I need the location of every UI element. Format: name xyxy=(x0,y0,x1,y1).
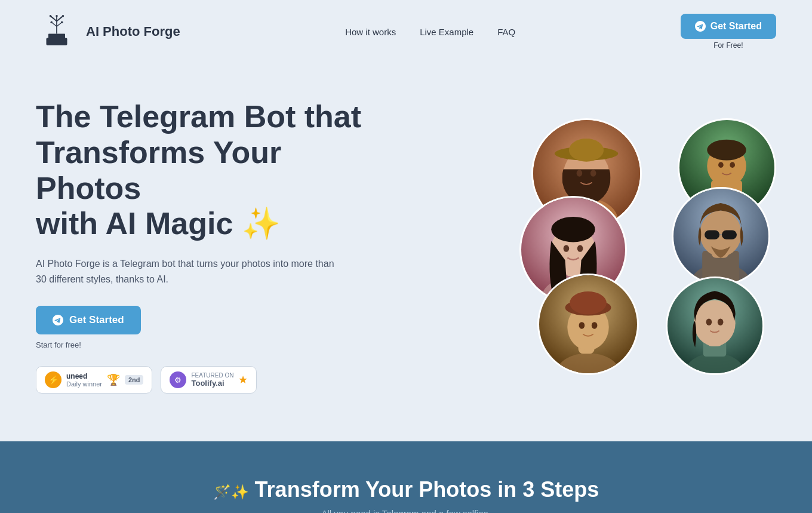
svg-point-60 xyxy=(706,318,712,325)
photo-svg-4 xyxy=(673,189,768,284)
svg-point-59 xyxy=(694,300,735,346)
telegram-icon xyxy=(695,21,706,32)
nav-faq[interactable]: FAQ xyxy=(497,27,515,37)
logo-text: AI Photo Forge xyxy=(86,24,180,39)
uneed-name: uneed xyxy=(66,372,102,380)
svg-point-53 xyxy=(579,322,585,329)
svg-point-37 xyxy=(564,245,570,252)
hero-left: The Telegram Bot that Transforms Your Ph… xyxy=(36,99,394,394)
svg-rect-0 xyxy=(47,38,67,45)
header-cta: Get Started For Free! xyxy=(681,14,776,50)
start-free-label: Start for free! xyxy=(36,340,394,349)
svg-point-61 xyxy=(718,318,724,325)
logo-area: AI Photo Forge xyxy=(36,11,180,53)
steps-section: 🪄✨ Transform Your Photos in 3 Steps All … xyxy=(0,441,812,513)
wand-icon: 🪄✨ xyxy=(213,484,249,500)
svg-point-23 xyxy=(590,170,596,177)
svg-point-54 xyxy=(592,322,598,329)
photo-woman-beret xyxy=(537,274,639,375)
steps-subtitle: All you need is Telegram and a few selfi… xyxy=(36,508,776,513)
uneed-badge[interactable]: ⚡ uneed Daily winner 🏆 2nd xyxy=(36,366,152,394)
svg-rect-45 xyxy=(722,230,737,239)
hero-telegram-icon xyxy=(53,315,63,325)
toolify-icon: ⚙ xyxy=(170,371,186,388)
photo-svg-6 xyxy=(668,278,762,373)
hero-title: The Telegram Bot that Transforms Your Ph… xyxy=(36,99,394,242)
header-for-free-label: For Free! xyxy=(713,41,743,50)
lightning-icon: ⚡ xyxy=(45,371,61,388)
toolify-badge[interactable]: ⚙ FEATURED ON Toolify.ai ★ xyxy=(161,366,257,394)
badge-rank: 2nd xyxy=(125,375,144,385)
svg-point-10 xyxy=(50,15,52,17)
steps-title-text: Transform Your Photos in 3 Steps xyxy=(255,477,599,502)
svg-point-36 xyxy=(551,217,595,242)
toolify-name: Toolify.ai xyxy=(191,379,233,388)
main-nav: How it works Live Example FAQ xyxy=(345,27,515,37)
hero-title-line1: The Telegram Bot that xyxy=(36,99,361,134)
svg-point-52 xyxy=(570,291,607,315)
photo-man-sunglasses xyxy=(672,187,770,285)
hero-photo-collage xyxy=(519,118,776,375)
toolify-label: FEATURED ON xyxy=(191,372,233,379)
svg-point-29 xyxy=(707,139,746,160)
hero-cta-label: Get Started xyxy=(69,314,124,326)
svg-point-38 xyxy=(577,245,583,252)
svg-rect-44 xyxy=(705,230,719,239)
svg-point-31 xyxy=(730,162,735,168)
star-icon: ★ xyxy=(238,373,248,386)
steps-header: 🪄✨ Transform Your Photos in 3 Steps All … xyxy=(36,477,776,513)
hero-title-line2: Transforms Your Photos xyxy=(36,135,281,205)
svg-point-13 xyxy=(61,21,63,24)
nav-live-example[interactable]: Live Example xyxy=(420,27,473,37)
uneed-badge-content: ⚡ uneed Daily winner 🏆 2nd xyxy=(45,371,143,388)
toolify-text: FEATURED ON Toolify.ai xyxy=(191,372,233,388)
svg-point-22 xyxy=(577,170,583,177)
svg-point-11 xyxy=(62,15,64,17)
svg-point-12 xyxy=(51,21,53,24)
svg-point-19 xyxy=(569,139,604,162)
svg-point-9 xyxy=(56,15,58,17)
hero-title-line3: with AI Magic ✨ xyxy=(36,206,281,241)
svg-rect-1 xyxy=(48,34,65,39)
hero-description: AI Photo Forge is a Telegram bot that tu… xyxy=(36,256,346,287)
hero-section: The Telegram Bot that Transforms Your Ph… xyxy=(0,63,812,441)
uneed-sub: Daily winner xyxy=(66,380,102,388)
header: AI Photo Forge How it works Live Example… xyxy=(0,0,812,63)
toolify-badge-content: ⚙ FEATURED ON Toolify.ai ★ xyxy=(170,371,248,388)
photo-woman-dark-bg xyxy=(666,277,764,375)
logo-icon xyxy=(36,11,78,53)
badges-area: ⚡ uneed Daily winner 🏆 2nd ⚙ FEATURED ON… xyxy=(36,366,394,394)
hero-get-started-button[interactable]: Get Started xyxy=(36,306,141,334)
header-cta-label: Get Started xyxy=(710,21,762,32)
nav-how-it-works[interactable]: How it works xyxy=(345,27,396,37)
steps-title: 🪄✨ Transform Your Photos in 3 Steps xyxy=(36,477,776,502)
svg-point-30 xyxy=(718,162,724,168)
sparkle-emoji: ✨ xyxy=(242,206,281,241)
trophy-icon: 🏆 xyxy=(107,373,120,386)
header-get-started-button[interactable]: Get Started xyxy=(681,14,776,39)
uneed-text: uneed Daily winner xyxy=(66,372,102,388)
photo-svg-5 xyxy=(539,275,637,373)
